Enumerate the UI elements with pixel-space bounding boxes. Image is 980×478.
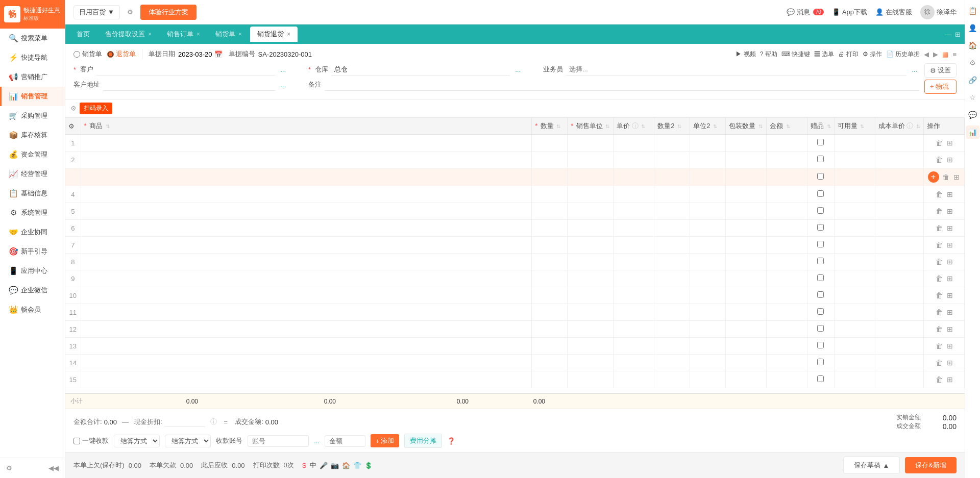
copy-row-btn-1[interactable]: ⊞ <box>946 138 954 148</box>
unit2-cell-4[interactable] <box>690 186 726 203</box>
unit2-cell-8[interactable] <box>690 254 726 270</box>
gift-cell-2[interactable] <box>807 152 835 168</box>
qty2-sort-icon[interactable]: ⇅ <box>677 123 681 129</box>
price-cell-7[interactable] <box>614 237 654 254</box>
copy-row-btn-13[interactable]: ⊞ <box>946 341 954 351</box>
copy-row-btn-12[interactable]: ⊞ <box>946 324 954 334</box>
pack-cell-7[interactable] <box>726 237 767 254</box>
amount-cell-2[interactable] <box>767 152 807 168</box>
price-cell-13[interactable] <box>614 338 654 355</box>
unit-cell-14[interactable] <box>568 355 614 371</box>
copy-row-btn-14[interactable]: ⊞ <box>946 358 954 368</box>
product-cell-14[interactable] <box>81 355 532 371</box>
fee-split-btn[interactable]: 费用分摊 <box>404 434 442 448</box>
tab-return[interactable]: 销货退货 × <box>250 27 298 42</box>
price-cell-14[interactable] <box>614 355 654 371</box>
qty2-cell-12[interactable] <box>654 321 690 338</box>
print-btn[interactable]: 🖨 打印 <box>838 50 858 59</box>
delete-row-btn-11[interactable]: 🗑 <box>935 307 944 317</box>
product-cell-10[interactable] <box>81 287 532 304</box>
delete-row-btn-3[interactable]: 🗑 <box>941 172 950 182</box>
qty2-cell-6[interactable] <box>654 220 690 237</box>
right-icon-3[interactable]: 🏠 <box>966 39 979 52</box>
right-icon-5[interactable]: 🔗 <box>966 73 979 87</box>
unit2-cell-9[interactable] <box>690 270 726 287</box>
qty-cell-4[interactable] <box>532 186 568 203</box>
radio-return-input[interactable] <box>107 51 114 58</box>
cost-cell-13[interactable] <box>875 338 923 355</box>
unit-cell-9[interactable] <box>568 270 614 287</box>
product-cell-1[interactable] <box>81 135 532 152</box>
tab-return-close[interactable]: × <box>287 31 290 38</box>
gift-checkbox-8[interactable] <box>817 258 824 264</box>
gift-cell-9[interactable] <box>807 270 835 287</box>
warehouse-input[interactable] <box>331 63 510 76</box>
amount-cell-14[interactable] <box>767 355 807 371</box>
sidebar-item-basic[interactable]: 📋 基础信息 <box>0 184 65 203</box>
price-cell-1[interactable] <box>614 135 654 152</box>
available-cell-14[interactable] <box>834 355 875 371</box>
amount-cell-6[interactable] <box>767 220 807 237</box>
tab-sales-close[interactable]: × <box>238 31 242 38</box>
product-cell-11[interactable] <box>81 304 532 321</box>
gift-checkbox-5[interactable] <box>817 207 824 214</box>
right-icon-6[interactable]: ☆ <box>966 91 979 104</box>
amount-cell-3[interactable] <box>767 168 807 186</box>
right-icon-1[interactable]: 📋 <box>966 4 979 17</box>
available-cell-15[interactable] <box>834 371 875 388</box>
setting-btn[interactable]: ⚙ 设置 <box>924 63 957 78</box>
pack-cell-11[interactable] <box>726 304 767 321</box>
product-cell-7[interactable] <box>81 237 532 254</box>
industry-selector[interactable]: 日用百货 ▼ <box>74 5 120 19</box>
qty2-cell-10[interactable] <box>654 287 690 304</box>
delete-row-btn-12[interactable]: 🗑 <box>935 324 944 334</box>
price-sort-icon[interactable]: ⇅ <box>641 123 645 129</box>
available-cell-9[interactable] <box>834 270 875 287</box>
price-cell-9[interactable] <box>614 270 654 287</box>
delete-row-btn-9[interactable]: 🗑 <box>935 273 944 284</box>
gift-cell-5[interactable] <box>807 203 835 220</box>
radio-return[interactable]: 退货单 <box>107 49 136 59</box>
settings-col-icon[interactable]: ⚙ <box>70 105 77 112</box>
available-cell-6[interactable] <box>834 220 875 237</box>
gift-cell-8[interactable] <box>807 254 835 270</box>
cost-cell-2[interactable] <box>875 152 923 168</box>
payment-checkbox-label[interactable]: 一键收款 <box>74 436 109 445</box>
copy-row-btn-6[interactable]: ⊞ <box>946 223 954 233</box>
right-icon-8[interactable]: 📊 <box>966 125 979 139</box>
delete-row-btn-8[interactable]: 🗑 <box>935 257 944 267</box>
copy-row-btn-11[interactable]: ⊞ <box>946 307 954 317</box>
delete-row-btn-10[interactable]: 🗑 <box>935 290 944 300</box>
price-cell-12[interactable] <box>614 321 654 338</box>
gift-checkbox-3[interactable] <box>817 173 824 180</box>
available-cell-2[interactable] <box>834 152 875 168</box>
cta-button[interactable]: 体验行业方案 <box>140 5 197 20</box>
sidebar-item-sales[interactable]: 📊 销售管理 <box>0 87 65 106</box>
sidebar-item-enterprise[interactable]: 🤝 企业协同 <box>0 222 65 242</box>
gift-cell-1[interactable] <box>807 135 835 152</box>
available-cell-5[interactable] <box>834 203 875 220</box>
copy-row-btn-8[interactable]: ⊞ <box>946 257 954 267</box>
qty2-cell-4[interactable] <box>654 186 690 203</box>
video-btn[interactable]: ▶ 视频 <box>736 50 755 59</box>
qty-cell-15[interactable] <box>532 371 568 388</box>
cost-cell-6[interactable] <box>875 220 923 237</box>
notification-btn[interactable]: 💬 消息 70 <box>787 8 824 17</box>
gift-cell-14[interactable] <box>807 355 835 371</box>
topbar-gear-icon[interactable]: ⚙ <box>125 6 135 18</box>
user-info[interactable]: 徐 徐泽华 <box>920 5 957 19</box>
cost-cell-4[interactable] <box>875 186 923 203</box>
gift-checkbox-12[interactable] <box>817 325 824 332</box>
qty2-cell-11[interactable] <box>654 304 690 321</box>
cost-cell-1[interactable] <box>875 135 923 152</box>
delete-row-btn-6[interactable]: 🗑 <box>935 223 944 233</box>
save-draft-btn[interactable]: 保存草稿 ▲ <box>843 457 900 474</box>
delete-row-btn-15[interactable]: 🗑 <box>935 374 944 385</box>
gift-sort-icon[interactable]: ⇅ <box>827 123 831 129</box>
unit2-cell-3[interactable] <box>690 168 726 186</box>
unit2-cell-2[interactable] <box>690 152 726 168</box>
qty2-cell-2[interactable] <box>654 152 690 168</box>
product-cell-12[interactable] <box>81 321 532 338</box>
status-shirt-icon[interactable]: 👕 <box>353 462 361 469</box>
unit2-cell-11[interactable] <box>690 304 726 321</box>
